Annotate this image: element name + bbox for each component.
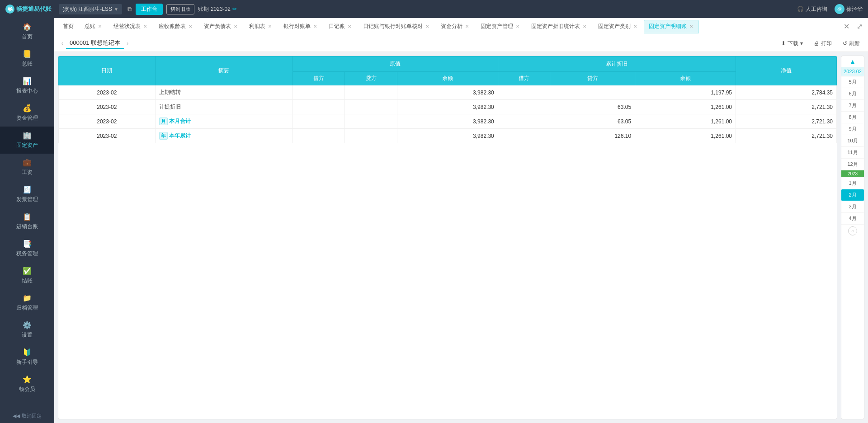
tab-fa-detail[interactable]: 固定资产明细账 ✕ <box>644 20 699 33</box>
cell-net-value: 2,721.30 <box>736 100 837 114</box>
tab-fa-mgmt[interactable]: 固定资产管理 ✕ <box>476 20 525 33</box>
tab-receivables[interactable]: 应收账龄表 ✕ <box>154 20 198 33</box>
company-selector[interactable]: (勿动) 江西服生-LSS ▼ <box>59 4 122 14</box>
consult-button[interactable]: 🎧 人工咨询 <box>797 5 827 13</box>
tab-funds-analysis[interactable]: 资金分析 ✕ <box>436 20 475 33</box>
cell-orig-credit <box>345 85 397 100</box>
tab-home[interactable]: 首页 <box>58 20 79 33</box>
tab-balance[interactable]: 资产负债表 ✕ <box>199 20 243 33</box>
tab-fa-depr[interactable]: 固定资产折旧统计表 ✕ <box>526 20 592 33</box>
date-item-6[interactable]: 6月 <box>841 88 864 100</box>
tab-operations-close[interactable]: ✕ <box>142 24 148 29</box>
date-item-10[interactable]: 10月 <box>841 135 864 147</box>
tab-fa-detail-close[interactable]: ✕ <box>689 24 694 29</box>
tab-operations[interactable]: 经营状况表 ✕ <box>108 20 153 33</box>
sidebar-item-archive[interactable]: 📁 归档管理 <box>0 289 54 316</box>
sidebar-label-funds: 资金管理 <box>16 114 38 122</box>
close-all-tabs-button[interactable]: ✕ <box>842 21 851 32</box>
tab-balance-close[interactable]: ✕ <box>233 24 238 29</box>
date-item-4[interactable]: 4月 <box>841 213 864 225</box>
user-menu[interactable]: 徐 徐泾华 <box>835 4 863 14</box>
sidebar-item-tax[interactable]: 📑 税务管理 <box>0 235 54 262</box>
sidebar-item-fixed-assets[interactable]: 🏢 固定资产 <box>0 127 54 154</box>
payroll-icon: 💼 <box>23 158 32 167</box>
download-icon: ⬇ <box>781 40 786 47</box>
download-arrow-icon: ▾ <box>800 40 803 47</box>
sidebar-item-reports[interactable]: 📊 报表中心 <box>0 72 54 99</box>
sidebar-item-closing[interactable]: ✅ 结账 <box>0 262 54 289</box>
tab-profit-close[interactable]: ✕ <box>267 24 273 29</box>
date-panel: ▲ 2023.02 5月 6月 7月 8月 9月 10月 11月 12月 202… <box>841 56 864 419</box>
ledger-icon: 📒 <box>23 50 32 58</box>
table-container: 日期 摘要 原值 累计折旧 净值 借方 贷方 余额 借方 贷方 余额 <box>58 56 837 419</box>
sidebar-item-payroll[interactable]: 💼 工资 <box>0 154 54 181</box>
tab-fa-mgmt-label: 固定资产管理 <box>481 23 513 30</box>
top-bar-right: 🎧 人工咨询 徐 徐泾华 <box>797 4 863 14</box>
date-item-3[interactable]: 3月 <box>841 201 864 213</box>
sidebar: 🏠 首页 📒 总账 📊 报表中心 💰 资金管理 🏢 固定资产 💼 工资 🧾 发票… <box>0 18 54 423</box>
cell-orig-balance: 3,982.30 <box>397 100 498 114</box>
cell-orig-balance: 3,982.30 <box>397 85 498 100</box>
tab-receivables-close[interactable]: ✕ <box>188 24 193 29</box>
sidebar-item-sales[interactable]: 📋 进销台账 <box>0 208 54 235</box>
date-item-2[interactable]: 2月 <box>841 189 864 201</box>
tab-bank[interactable]: 银行对账单 ✕ <box>278 20 323 33</box>
sidebar-item-member[interactable]: ⭐ 畅会员 <box>0 371 54 398</box>
date-item-11[interactable]: 11月 <box>841 147 864 159</box>
tab-home-label: 首页 <box>63 23 74 30</box>
date-item-8[interactable]: 8月 <box>841 112 864 123</box>
tab-fa-type[interactable]: 固定资产类别 ✕ <box>593 20 643 33</box>
sidebar-item-funds[interactable]: 💰 资金管理 <box>0 99 54 127</box>
sidebar-item-invoice[interactable]: 🧾 发票管理 <box>0 181 54 208</box>
cell-summary: 年本年累计 <box>155 129 292 143</box>
copy-icon[interactable]: ⧉ <box>127 5 132 13</box>
period-edit-icon[interactable]: ✏ <box>232 6 237 12</box>
tab-ledger[interactable]: 总账 ✕ <box>80 20 108 33</box>
cell-orig-debit <box>292 114 344 129</box>
tab-bank-close[interactable]: ✕ <box>312 24 318 29</box>
tab-funds-close[interactable]: ✕ <box>464 24 470 29</box>
tab-ledger-close[interactable]: ✕ <box>97 24 103 29</box>
unpin-button[interactable]: ◀◀ 取消固定 <box>0 409 54 423</box>
breadcrumb-prev[interactable]: ‹ <box>60 39 65 47</box>
content-area: 首页 总账 ✕ 经营状况表 ✕ 应收账龄表 ✕ 资产负债表 ✕ 利润表 ✕ <box>54 18 868 423</box>
date-item-12[interactable]: 12月 <box>841 159 864 170</box>
date-item-5[interactable]: 5月 <box>841 76 864 88</box>
sidebar-item-settings[interactable]: ⚙️ 设置 <box>0 316 54 343</box>
date-item-9[interactable]: 9月 <box>841 123 864 135</box>
cell-date: 2023-02 <box>59 100 156 114</box>
maximize-button[interactable]: ⤢ <box>855 21 864 32</box>
tab-journal[interactable]: 日记账 ✕ <box>324 20 357 33</box>
print-button[interactable]: 🖨 打印 <box>811 38 835 49</box>
tab-fa-depr-close[interactable]: ✕ <box>582 24 587 29</box>
tab-fa-type-close[interactable]: ✕ <box>632 24 638 29</box>
date-panel-scroll-up[interactable]: ▲ <box>841 56 864 67</box>
col-accum-depr: 累计折旧 <box>498 56 736 72</box>
tab-bar-actions: ✕ ⤢ <box>842 21 864 32</box>
table-section: 日期 摘要 原值 累计折旧 净值 借方 贷方 余额 借方 贷方 余额 <box>54 52 868 423</box>
date-panel-circle-btn[interactable]: ○ <box>848 226 857 235</box>
sidebar-label-payroll: 工资 <box>22 169 33 176</box>
tab-journal-close[interactable]: ✕ <box>347 24 352 29</box>
refresh-button[interactable]: ↺ 刷新 <box>840 38 863 49</box>
sidebar-label-closing: 结账 <box>22 277 33 285</box>
cell-accum-debit <box>498 114 550 129</box>
date-item-7[interactable]: 7月 <box>841 100 864 112</box>
workbench-button[interactable]: 工作台 <box>136 4 163 15</box>
switch-version-button[interactable]: 切到旧版 <box>166 4 194 14</box>
table-row: 2023-02上期结转3,982.301,197.952,784.35 <box>59 85 837 100</box>
sidebar-item-home[interactable]: 🏠 首页 <box>0 18 54 45</box>
tab-reconcile-close[interactable]: ✕ <box>425 24 430 29</box>
tab-fa-mgmt-close[interactable]: ✕ <box>515 24 520 29</box>
sidebar-item-ledger[interactable]: 📒 总账 <box>0 45 54 72</box>
breadcrumb-next[interactable]: › <box>125 39 130 47</box>
cell-summary: 计提折旧 <box>155 100 292 114</box>
sidebar-item-guide[interactable]: 🔰 新手引导 <box>0 343 54 371</box>
tab-profit[interactable]: 利润表 ✕ <box>244 20 278 33</box>
col-date: 日期 <box>59 56 156 85</box>
tab-reconcile[interactable]: 日记账与银行对账单核对 ✕ <box>358 20 435 33</box>
consult-label: 人工咨询 <box>806 5 827 13</box>
date-item-1[interactable]: 1月 <box>841 178 864 189</box>
tab-balance-label: 资产负债表 <box>204 23 231 30</box>
download-button[interactable]: ⬇ 下载 ▾ <box>778 38 806 49</box>
